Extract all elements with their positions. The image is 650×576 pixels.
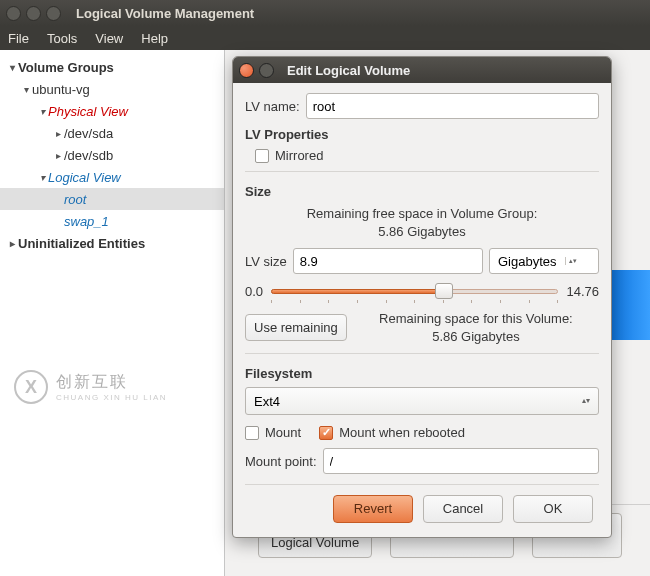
maximize-icon[interactable] xyxy=(46,6,61,21)
window-title: Logical Volume Management xyxy=(76,6,254,21)
mount-point-label: Mount point: xyxy=(245,454,317,469)
ok-button[interactable]: OK xyxy=(513,495,593,523)
slider-max: 14.76 xyxy=(566,284,599,299)
mount-checkbox[interactable] xyxy=(245,426,259,440)
watermark-text1: 创新互联 xyxy=(56,372,167,393)
remaining-vol-text: Remaining space for this Volume: 5.86 Gi… xyxy=(353,310,599,345)
cancel-button[interactable]: Cancel xyxy=(423,495,503,523)
watermark-text2: CHUANG XIN HU LIAN xyxy=(56,393,167,402)
spinner-arrows-icon[interactable]: ▴▾ xyxy=(565,257,581,265)
lv-name-input[interactable] xyxy=(306,93,599,119)
lv-size-input[interactable] xyxy=(293,248,483,274)
use-remaining-button[interactable]: Use remaining xyxy=(245,314,347,342)
tree-volume-groups[interactable]: ▾Volume Groups xyxy=(0,56,224,78)
remaining-vg-text: Remaining free space in Volume Group: 5.… xyxy=(245,205,599,240)
lv-name-label: LV name: xyxy=(245,99,300,114)
mount-point-input[interactable] xyxy=(323,448,599,474)
watermark-logo: X xyxy=(14,370,48,404)
unit-value: Gigabytes xyxy=(490,254,565,269)
tree-logical-view[interactable]: ▾Logical View xyxy=(0,166,224,188)
tree-lv-swap[interactable]: swap_1 xyxy=(0,210,224,232)
menu-file[interactable]: File xyxy=(8,31,29,46)
mount-reboot-checkbox[interactable] xyxy=(319,426,333,440)
dialog-minimize-icon[interactable] xyxy=(259,63,274,78)
dialog-close-icon[interactable] xyxy=(239,63,254,78)
size-title: Size xyxy=(245,184,599,199)
watermark: X 创新互联 CHUANG XIN HU LIAN xyxy=(14,370,167,404)
unit-spinner[interactable]: Gigabytes ▴▾ xyxy=(489,248,599,274)
lv-properties-title: LV Properties xyxy=(245,127,599,142)
combo-arrows-icon: ▴▾ xyxy=(582,398,590,404)
tree-dev-sdb[interactable]: ▸/dev/sdb xyxy=(0,144,224,166)
edit-lv-dialog: Edit Logical Volume LV name: LV Properti… xyxy=(232,56,612,538)
menubar: File Tools View Help xyxy=(0,26,650,50)
tree-sidebar: ▾Volume Groups ▾ubuntu-vg ▾Physical View… xyxy=(0,50,225,576)
mount-label: Mount xyxy=(265,425,301,440)
tree-uninitialized[interactable]: ▸Uninitialized Entities xyxy=(0,232,224,254)
minimize-icon[interactable] xyxy=(26,6,41,21)
close-icon[interactable] xyxy=(6,6,21,21)
lv-size-label: LV size xyxy=(245,254,287,269)
size-slider[interactable] xyxy=(271,282,558,300)
main-titlebar: Logical Volume Management xyxy=(0,0,650,26)
slider-thumb[interactable] xyxy=(435,283,453,299)
tree-lv-root[interactable]: root xyxy=(0,188,224,210)
slider-min: 0.0 xyxy=(245,284,263,299)
menu-help[interactable]: Help xyxy=(141,31,168,46)
mirrored-checkbox[interactable] xyxy=(255,149,269,163)
mirrored-label: Mirrored xyxy=(275,148,323,163)
tree-vg[interactable]: ▾ubuntu-vg xyxy=(0,78,224,100)
filesystem-title: Filesystem xyxy=(245,366,599,381)
tree-physical-view[interactable]: ▾Physical View xyxy=(0,100,224,122)
revert-button[interactable]: Revert xyxy=(333,495,413,523)
menu-tools[interactable]: Tools xyxy=(47,31,77,46)
dialog-title: Edit Logical Volume xyxy=(287,63,410,78)
menu-view[interactable]: View xyxy=(95,31,123,46)
filesystem-value: Ext4 xyxy=(254,394,280,409)
dialog-titlebar: Edit Logical Volume xyxy=(233,57,611,83)
mount-reboot-label: Mount when rebooted xyxy=(339,425,465,440)
tree-dev-sda[interactable]: ▸/dev/sda xyxy=(0,122,224,144)
filesystem-combo[interactable]: Ext4 ▴▾ xyxy=(245,387,599,415)
